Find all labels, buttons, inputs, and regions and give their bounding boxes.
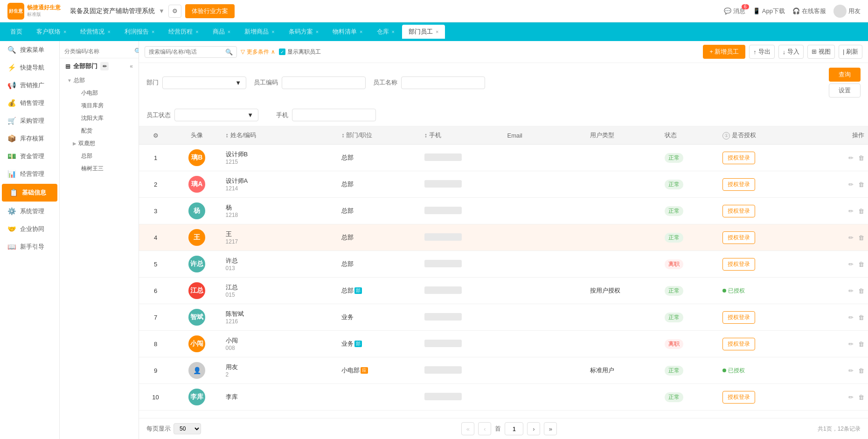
dept-node-双鹿想[interactable]: ▶双鹿想	[62, 137, 137, 150]
edit-icon[interactable]: ✏	[848, 154, 854, 161]
th-dept[interactable]: ↕ 部门/职位	[338, 126, 421, 145]
sidebar-item-快捷导航[interactable]: ⚡快捷导航	[0, 59, 59, 77]
employee-search-input[interactable]	[149, 49, 223, 55]
dept-node-总部[interactable]: ▼总部	[62, 74, 137, 87]
dept-node-项目库房[interactable]: 项目库房	[62, 99, 137, 112]
dept-edit-icon[interactable]: ✏	[100, 62, 109, 70]
delete-icon[interactable]: 🗑	[858, 341, 864, 348]
edit-icon[interactable]: ✏	[848, 314, 854, 321]
nav-tab-经营情况[interactable]: 经营情况×	[74, 25, 117, 39]
more-filter-btn[interactable]: ▽ 更多条件 ∧	[241, 48, 275, 56]
filter-emp-name-input[interactable]	[401, 77, 485, 89]
sidebar-item-系统管理[interactable]: ⚙️系统管理	[0, 202, 59, 220]
filter-emp-code-input[interactable]	[282, 77, 366, 89]
sidebar-item-企业协同[interactable]: 🤝企业协同	[0, 220, 59, 238]
collapse-btn[interactable]: «	[130, 63, 133, 70]
delete-icon[interactable]: 🗑	[858, 234, 864, 241]
sidebar-item-基础信息[interactable]: 📋基础信息	[2, 184, 57, 202]
sidebar-item-搜索菜单[interactable]: 🔍搜索菜单	[0, 41, 59, 59]
message-button[interactable]: 💬 消息 6	[724, 7, 745, 15]
auth-login-button[interactable]: 授权登录	[722, 178, 755, 191]
th-name[interactable]: ↕ 姓名/编码	[222, 126, 338, 145]
delete-icon[interactable]: 🗑	[858, 181, 864, 188]
online-service-button[interactable]: 🎧 在线客服	[792, 7, 826, 15]
sidebar-item-库存核算[interactable]: 📦库存核算	[0, 130, 59, 147]
nav-tab-条码方案[interactable]: 条码方案×	[282, 25, 325, 39]
dept-node-楠树王三[interactable]: 楠树王三	[62, 162, 137, 175]
auth-login-button[interactable]: 授权登录	[722, 391, 755, 404]
tab-close-icon[interactable]: ×	[195, 29, 198, 35]
tab-close-icon[interactable]: ×	[228, 29, 230, 35]
tab-close-icon[interactable]: ×	[360, 29, 362, 35]
view-button[interactable]: ⊞ 视图	[807, 45, 835, 59]
sidebar-item-新手引导[interactable]: 📖新手引导	[0, 238, 59, 256]
auth-login-button[interactable]: 授权登录	[722, 205, 755, 217]
edit-icon[interactable]: ✏	[848, 261, 854, 268]
tab-close-icon[interactable]: ×	[392, 29, 395, 35]
tab-close-icon[interactable]: ×	[436, 29, 438, 35]
trial-button[interactable]: 体验行业方案	[185, 4, 235, 18]
nav-tab-经营历程[interactable]: 经营历程×	[162, 25, 205, 39]
edit-icon[interactable]: ✏	[848, 394, 854, 401]
tab-close-icon[interactable]: ×	[316, 29, 319, 35]
sidebar-item-销售管理[interactable]: 💰销售管理	[0, 94, 59, 112]
dept-node-沈阳大库[interactable]: 沈阳大库	[62, 112, 137, 125]
delete-icon[interactable]: 🗑	[858, 261, 864, 268]
dept-node-配货[interactable]: 配货	[62, 125, 137, 137]
auth-login-button[interactable]: 授权登录	[722, 231, 755, 244]
dept-search-input[interactable]	[64, 48, 134, 55]
settings-icon[interactable]: ⚙	[168, 5, 181, 18]
query-button[interactable]: 查询	[829, 68, 861, 82]
last-page-btn[interactable]: »	[544, 422, 557, 435]
sidebar-item-经营管理[interactable]: 📊经营管理	[0, 165, 59, 183]
add-employee-button[interactable]: + 新增员工	[703, 45, 745, 59]
delete-icon[interactable]: 🗑	[858, 394, 864, 401]
th-settings[interactable]: ⚙	[139, 126, 172, 145]
tab-close-icon[interactable]: ×	[63, 29, 66, 35]
edit-icon[interactable]: ✏	[848, 181, 854, 188]
set-button[interactable]: 设置	[829, 84, 861, 98]
dept-node-小电部[interactable]: 小电部	[62, 87, 137, 99]
th-phone[interactable]: ↕ 手机	[421, 126, 504, 145]
all-dept-item[interactable]: ⊞ 全部部门 ✏ «	[60, 58, 139, 74]
filter-emp-status-select[interactable]: ▼	[174, 109, 258, 121]
prev-page-btn[interactable]: ‹	[478, 422, 491, 435]
next-page-btn[interactable]: ›	[527, 422, 540, 435]
import-button[interactable]: ↓ 导入	[778, 45, 804, 59]
nav-tab-部门员工[interactable]: 部门员工×	[402, 25, 445, 39]
more-button[interactable]: | 刷新	[839, 45, 862, 59]
auth-login-button[interactable]: 授权登录	[722, 311, 755, 324]
user-menu[interactable]: 用友	[833, 5, 861, 18]
auth-login-button[interactable]: 授权登录	[722, 152, 755, 164]
filter-phone-input[interactable]	[292, 109, 376, 121]
app-download-button[interactable]: 📱 App下载	[753, 7, 785, 15]
delete-icon[interactable]: 🗑	[858, 154, 864, 161]
first-page-btn[interactable]: «	[461, 422, 474, 435]
dept-node-总部[interactable]: 总部	[62, 150, 137, 162]
export-button[interactable]: ↑ 导出	[749, 45, 775, 59]
nav-tab-客户联络[interactable]: 客户联络×	[30, 25, 73, 39]
nav-tab-物料清单[interactable]: 物料清单×	[326, 25, 369, 39]
edit-icon[interactable]: ✏	[848, 208, 854, 215]
filter-dept-select[interactable]: ▼	[162, 77, 246, 89]
nav-tab-首页[interactable]: 首页	[4, 25, 29, 39]
edit-icon[interactable]: ✏	[848, 287, 854, 294]
tab-close-icon[interactable]: ×	[152, 29, 154, 35]
tab-close-icon[interactable]: ×	[107, 29, 110, 35]
nav-tab-商品[interactable]: 商品×	[206, 25, 237, 39]
edit-icon[interactable]: ✏	[848, 367, 854, 374]
auth-info-icon[interactable]: ①	[722, 132, 730, 139]
nav-tab-新增商品[interactable]: 新增商品×	[238, 25, 281, 39]
employee-search-icon[interactable]: 🔍	[225, 49, 233, 56]
edit-icon[interactable]: ✏	[848, 234, 854, 241]
delete-icon[interactable]: 🗑	[858, 367, 864, 374]
sidebar-item-营销推广[interactable]: 📢营销推广	[0, 77, 59, 94]
delete-icon[interactable]: 🗑	[858, 208, 864, 215]
delete-icon[interactable]: 🗑	[858, 287, 864, 294]
page-number-input[interactable]	[505, 422, 523, 435]
tab-close-icon[interactable]: ×	[271, 29, 274, 35]
show-resigned-toggle[interactable]: ✓ 显示离职员工	[279, 48, 321, 56]
auth-login-button[interactable]: 授权登录	[722, 338, 755, 350]
nav-tab-仓库[interactable]: 仓库×	[370, 25, 401, 39]
edit-icon[interactable]: ✏	[848, 341, 854, 348]
